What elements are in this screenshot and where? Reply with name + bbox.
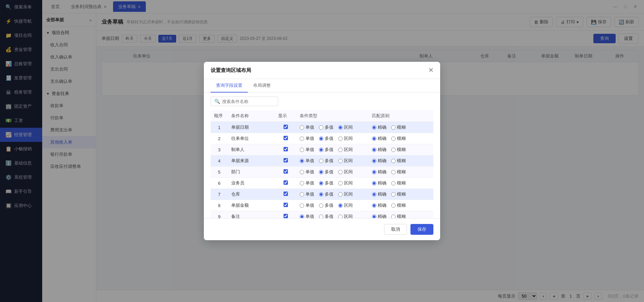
search-icon-dialog: 🔍 xyxy=(214,99,220,104)
cell-show xyxy=(275,133,296,144)
th-match: 匹配原则 xyxy=(369,110,433,122)
cell-name: 单据日期 xyxy=(228,122,275,133)
radio-match-item[interactable]: 精确 xyxy=(372,135,386,142)
radio-match-item[interactable]: 模糊 xyxy=(391,135,406,142)
radio-type-item[interactable]: 多值 xyxy=(319,191,333,197)
dialog-title: 设置查询区域布局 xyxy=(211,67,251,74)
radio-match-item[interactable]: 模糊 xyxy=(391,180,406,186)
cell-match: 精确模糊 xyxy=(369,178,433,189)
radio-type-item[interactable]: 单值 xyxy=(300,180,314,186)
radio-type-item[interactable]: 多值 xyxy=(319,213,333,218)
radio-match-item[interactable]: 模糊 xyxy=(391,202,406,208)
dialog-search-area: 🔍 xyxy=(204,93,440,110)
cancel-button[interactable]: 取消 xyxy=(384,224,407,235)
radio-type-item[interactable]: 单值 xyxy=(300,158,314,164)
cell-seq: 7 xyxy=(211,189,228,200)
radio-type-item[interactable]: 区间 xyxy=(338,180,353,186)
radio-match-item[interactable]: 精确 xyxy=(372,147,386,153)
radio-match-item[interactable]: 模糊 xyxy=(391,169,406,175)
cell-name: 备注 xyxy=(228,211,275,219)
radio-type-item[interactable]: 多值 xyxy=(319,202,333,208)
search-box: 🔍 xyxy=(211,97,278,106)
cell-match: 精确模糊 xyxy=(369,200,433,211)
radio-type-item[interactable]: 单值 xyxy=(300,191,314,197)
radio-match-item[interactable]: 精确 xyxy=(372,191,386,197)
show-checkbox[interactable] xyxy=(284,192,288,196)
cell-show xyxy=(275,211,296,219)
cell-match: 精确模糊 xyxy=(369,211,433,219)
radio-match-item[interactable]: 精确 xyxy=(372,202,386,208)
cell-seq: 5 xyxy=(211,167,228,178)
show-checkbox[interactable] xyxy=(284,214,288,218)
radio-type-item[interactable]: 单值 xyxy=(300,147,314,153)
table-row: 5部门单值多值区间精确模糊 xyxy=(211,167,433,178)
radio-type-item[interactable]: 单值 xyxy=(300,135,314,142)
cell-type: 单值多值区间 xyxy=(296,144,369,155)
radio-type-item[interactable]: 区间 xyxy=(338,147,353,153)
radio-match-item[interactable]: 精确 xyxy=(372,158,386,164)
cell-name: 往来单位 xyxy=(228,133,275,144)
radio-type-item[interactable]: 多值 xyxy=(319,158,333,164)
search-input[interactable] xyxy=(222,99,274,104)
cell-show xyxy=(275,167,296,178)
show-checkbox[interactable] xyxy=(284,180,288,185)
dialog-close-button[interactable]: ✕ xyxy=(428,67,433,74)
cell-show xyxy=(275,189,296,200)
radio-match-item[interactable]: 模糊 xyxy=(391,158,406,164)
radio-type-item[interactable]: 区间 xyxy=(338,169,353,175)
cell-type: 单值多值区间 xyxy=(296,189,369,200)
radio-type-item[interactable]: 多值 xyxy=(319,135,333,142)
table-row: 3制单人单值多值区间精确模糊 xyxy=(211,144,433,155)
radio-type-item[interactable]: 多值 xyxy=(319,180,333,186)
radio-type-item[interactable]: 单值 xyxy=(300,124,314,130)
dialog-save-button[interactable]: 保存 xyxy=(410,224,433,235)
radio-type-item[interactable]: 区间 xyxy=(338,124,353,130)
radio-type-item[interactable]: 多值 xyxy=(319,169,333,175)
show-checkbox[interactable] xyxy=(284,147,288,151)
cell-match: 精确模糊 xyxy=(369,167,433,178)
dialog: 设置查询区域布局 ✕ 查询字段设置 布局调整 🔍 顺序 条件名称 显示 条件类型 xyxy=(204,62,440,240)
radio-type-item[interactable]: 区间 xyxy=(338,202,353,208)
cell-seq: 2 xyxy=(211,133,228,144)
radio-match-item[interactable]: 精确 xyxy=(372,124,386,130)
radio-match-item[interactable]: 模糊 xyxy=(391,147,406,153)
radio-type-item[interactable]: 区间 xyxy=(338,191,353,197)
show-checkbox[interactable] xyxy=(284,136,288,140)
cell-show xyxy=(275,144,296,155)
cell-type: 单值多值区间 xyxy=(296,178,369,189)
dialog-tab-layout[interactable]: 布局调整 xyxy=(248,79,276,93)
cell-match: 精确模糊 xyxy=(369,133,433,144)
table-header-row: 顺序 条件名称 显示 条件类型 匹配原则 xyxy=(211,110,433,122)
modal-overlay: 设置查询区域布局 ✕ 查询字段设置 布局调整 🔍 顺序 条件名称 显示 条件类型 xyxy=(0,0,644,302)
show-checkbox[interactable] xyxy=(284,169,288,174)
radio-type-item[interactable]: 区间 xyxy=(338,158,353,164)
cell-type: 单值多值区间 xyxy=(296,200,369,211)
cell-type: 单值多值区间 xyxy=(296,122,369,133)
radio-match-item[interactable]: 精确 xyxy=(372,180,386,186)
radio-type-item[interactable]: 单值 xyxy=(300,213,314,218)
radio-type-item[interactable]: 区间 xyxy=(338,213,353,218)
cell-show xyxy=(275,122,296,133)
radio-match-item[interactable]: 精确 xyxy=(372,169,386,175)
radio-match-item[interactable]: 模糊 xyxy=(391,191,406,197)
radio-type-item[interactable]: 单值 xyxy=(300,202,314,208)
radio-type-item[interactable]: 多值 xyxy=(319,124,333,130)
radio-match-item[interactable]: 模糊 xyxy=(391,124,406,130)
radio-type-item[interactable]: 单值 xyxy=(300,169,314,175)
show-checkbox[interactable] xyxy=(284,203,288,207)
cell-name: 业务员 xyxy=(228,178,275,189)
cell-name: 单据金额 xyxy=(228,200,275,211)
cell-match: 精确模糊 xyxy=(369,122,433,133)
cell-match: 精确模糊 xyxy=(369,189,433,200)
cell-name: 单据来源 xyxy=(228,155,275,167)
table-row: 9备注单值多值区间精确模糊 xyxy=(211,211,433,219)
radio-match-item[interactable]: 精确 xyxy=(372,213,386,218)
cell-match: 精确模糊 xyxy=(369,144,433,155)
radio-type-item[interactable]: 多值 xyxy=(319,147,333,153)
radio-match-item[interactable]: 模糊 xyxy=(391,213,406,218)
table-row: 4单据来源单值多值区间精确模糊 xyxy=(211,155,433,167)
show-checkbox[interactable] xyxy=(284,158,288,162)
show-checkbox[interactable] xyxy=(284,125,288,129)
radio-type-item[interactable]: 区间 xyxy=(338,135,353,142)
dialog-tab-fields[interactable]: 查询字段设置 xyxy=(211,79,248,93)
